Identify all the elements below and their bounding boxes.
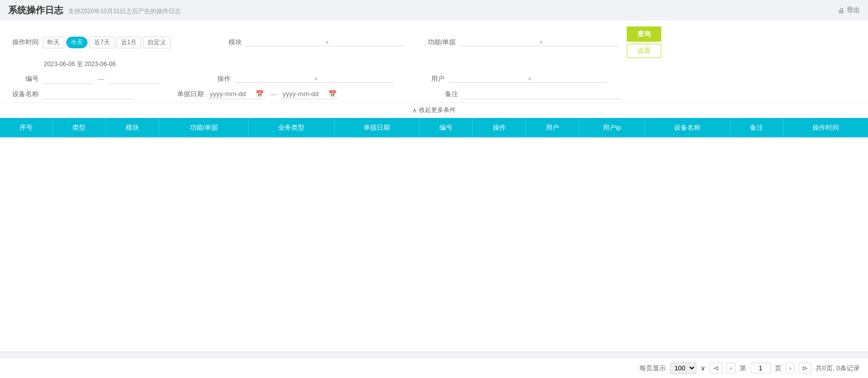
filter-row-1: 操作时间 昨天 今天 近7天 近1月 自定义 模块 ∨ 功能/单据 [8, 26, 860, 58]
time-filter-segment: 操作时间 昨天 今天 近7天 近1月 自定义 [8, 37, 171, 48]
remark-filter-label: 备注 [428, 90, 458, 99]
col-seq: 序号 [0, 118, 52, 137]
number-filter-label: 编号 [8, 74, 39, 83]
device-filter-label: 设备名称 [8, 90, 39, 99]
page-title: 系统操作日志 [8, 4, 63, 16]
time-filter-label: 操作时间 [8, 38, 39, 47]
title-area: 系统操作日志 支持2020年10月31日之后产生的操作日志 [8, 4, 181, 16]
time-btn-7days[interactable]: 近7天 [90, 37, 115, 48]
time-btn-yesterday[interactable]: 昨天 [43, 37, 64, 48]
user-filter-label: 用户 [414, 74, 444, 83]
voucher-date-filter-label: 单据日期 [173, 90, 204, 99]
number-dash: — [98, 75, 104, 83]
scroll-spacer [0, 352, 713, 353]
col-type: 类型 [52, 118, 105, 137]
date-start-wrap: 📅 [208, 89, 266, 99]
remark-input[interactable] [462, 89, 621, 99]
page-input[interactable] [750, 363, 771, 373]
filter-row-3: 设备名称 单据日期 📅 — 📅 备注 [8, 89, 860, 99]
export-button[interactable]: 🖨 导出 [838, 6, 860, 15]
number-filter-segment: 编号 — [8, 74, 159, 84]
col-biz-type: 业务类型 [249, 118, 334, 137]
operation-select[interactable]: ∨ [235, 75, 394, 83]
func-filter-label: 功能/单据 [425, 38, 456, 47]
voucher-date-filter-segment: 单据日期 📅 — 📅 [173, 89, 407, 99]
export-label: 导出 [847, 6, 860, 15]
operation-chevron-icon: ∨ [314, 76, 391, 81]
page-subtitle: 支持2020年10月31日之后产生的操作日志 [68, 7, 181, 16]
col-device: 设备名称 [645, 118, 730, 137]
device-input[interactable] [43, 89, 132, 99]
col-number: 编号 [419, 118, 472, 137]
pagination: 每页显示 100 50 200 ∨ ⊲ ‹ 第 页 › ⊳ 共0页, 0条记录 [0, 358, 868, 378]
page-header: 系统操作日志 支持2020年10月31日之后产生的操作日志 🖨 导出 [0, 0, 868, 20]
page-unit: 页 [775, 364, 781, 373]
user-select[interactable]: ∨ [449, 75, 607, 83]
collapse-bar[interactable]: ∧ 收起更多条件 [0, 102, 868, 118]
time-buttons: 昨天 今天 近7天 近1月 自定义 [43, 37, 171, 48]
col-op-time: 操作时间 [783, 118, 868, 137]
next-page-button[interactable]: › [786, 363, 795, 373]
date-end-input[interactable] [283, 90, 328, 98]
time-range-display: 2023-06-06 至 2023-06-06 [44, 60, 860, 69]
date-start-input[interactable] [210, 90, 256, 98]
collapse-icon: ∧ [412, 107, 417, 114]
number-input-start[interactable] [43, 74, 94, 84]
device-filter-segment: 设备名称 [8, 89, 132, 99]
operation-filter-label: 操作 [200, 74, 231, 83]
user-chevron-icon: ∨ [528, 76, 605, 81]
col-user: 用户 [526, 118, 579, 137]
time-btn-today[interactable]: 今天 [66, 37, 88, 48]
table-container: 序号 类型 模块 功能/单据 业务类型 单据日期 编号 操作 用户 用户ip 设… [0, 118, 868, 352]
module-chevron-icon: ∨ [325, 39, 403, 45]
time-btn-1month[interactable]: 近1月 [117, 37, 142, 48]
data-table: 序号 类型 模块 功能/单据 业务类型 单据日期 编号 操作 用户 用户ip 设… [0, 118, 868, 137]
func-chevron-icon: ∨ [539, 39, 617, 45]
func-filter-segment: 功能/单据 ∨ [425, 38, 619, 47]
module-select[interactable]: ∨ [246, 38, 405, 46]
export-icon: 🖨 [838, 7, 845, 14]
date-dash: — [270, 91, 276, 98]
col-voucher-date: 单据日期 [334, 118, 419, 137]
col-user-ip: 用户ip [579, 118, 645, 137]
scrollbar-area[interactable] [0, 352, 868, 358]
remark-filter-segment: 备注 [428, 89, 621, 99]
time-range-text: 2023-06-06 至 2023-06-06 [44, 61, 116, 68]
first-page-button[interactable]: ⊲ [710, 363, 722, 373]
calendar-start-icon[interactable]: 📅 [256, 90, 264, 98]
number-input-end[interactable] [108, 74, 159, 84]
col-module: 模块 [106, 118, 159, 137]
date-end-wrap: 📅 [281, 89, 339, 99]
page-size-chevron: ∨ [701, 364, 706, 372]
calendar-end-icon[interactable]: 📅 [328, 90, 337, 98]
action-buttons: 查询 设置 [627, 26, 661, 58]
user-filter-segment: 用户 ∨ [414, 74, 607, 83]
last-page-button[interactable]: ⊳ [799, 363, 811, 373]
col-operation: 操作 [472, 118, 525, 137]
col-func: 功能/单据 [159, 118, 248, 137]
col-remark: 备注 [730, 118, 783, 137]
prev-page-button[interactable]: ‹ [726, 363, 736, 373]
settings-button[interactable]: 设置 [627, 44, 661, 58]
page-size-label: 每页显示 [639, 364, 666, 373]
time-btn-custom[interactable]: 自定义 [143, 37, 171, 48]
page-size-select[interactable]: 100 50 200 [670, 362, 696, 374]
module-filter-label: 模块 [211, 38, 242, 47]
func-select[interactable]: ∨ [460, 38, 619, 46]
module-filter-segment: 模块 ∨ [211, 38, 405, 47]
table-header: 序号 类型 模块 功能/单据 业务类型 单据日期 编号 操作 用户 用户ip 设… [0, 118, 868, 137]
page-total: 共0页, 0条记录 [816, 364, 860, 373]
collapse-label: ∧ 收起更多条件 [412, 106, 456, 114]
page-word: 第 [740, 364, 746, 373]
operation-filter-segment: 操作 ∨ [200, 74, 394, 83]
filter-area: 操作时间 昨天 今天 近7天 近1月 自定义 模块 ∨ 功能/单据 [0, 20, 868, 118]
filter-row-2: 编号 — 操作 ∨ 用户 ∨ [8, 74, 860, 84]
query-button[interactable]: 查询 [627, 26, 661, 42]
